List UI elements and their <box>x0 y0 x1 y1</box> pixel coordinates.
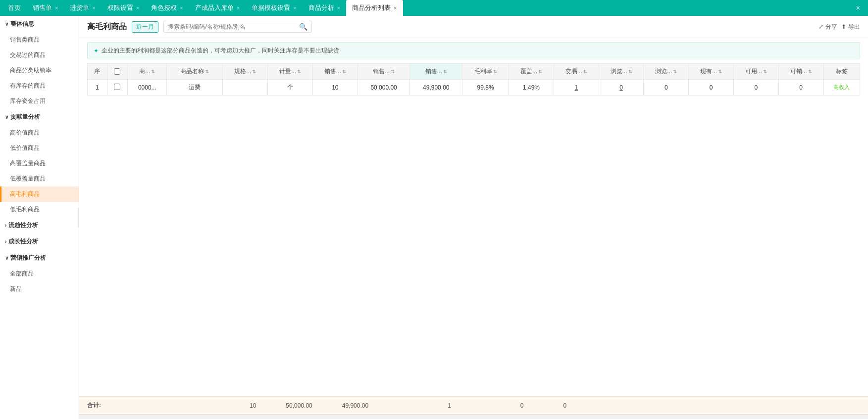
header-actions: ⤢ 分享 ⬆ 导出 <box>818 23 860 31</box>
info-icon: ✦ <box>94 47 99 54</box>
close-permission-tab[interactable]: × <box>136 5 139 11</box>
table-wrapper: 序 商...⇅ 商品名称⇅ 规格...⇅ 计量...⇅ 销售...⇅ 销售...… <box>79 63 868 396</box>
col-transactions[interactable]: 交易...⇅ <box>554 64 599 80</box>
table-row: 1 0000... 运费 个 10 50,000.00 49,900.00 99… <box>88 80 860 95</box>
close-goods-list-tab[interactable]: × <box>394 5 397 11</box>
export-btn[interactable]: ⬆ 导出 <box>841 23 860 31</box>
content-header: 高毛利商品 近一月 🔍 ⤢ 分享 ⬆ 导出 <box>79 16 868 38</box>
col-spec[interactable]: 规格...⇅ <box>223 64 268 80</box>
footer-row: 合计: 10 50,000.00 49,900.00 1 0 0 <box>79 396 868 414</box>
nav-product-in[interactable]: 产成品入库单 × <box>189 0 246 16</box>
col-gross-rate[interactable]: 毛利率⇅ <box>462 64 509 80</box>
sidebar-item-low-margin[interactable]: 低毛利商品 <box>0 202 79 217</box>
browse1-link[interactable]: 0 <box>619 84 623 91</box>
sidebar-group-trend[interactable]: › 流趋性分析 <box>0 217 79 233</box>
group-arrow-contribution: ∨ <box>5 114 8 120</box>
sidebar-item-high-margin[interactable]: 高毛利商品 <box>0 186 79 202</box>
nav-role[interactable]: 角色授权 × <box>145 0 189 16</box>
sort-coverage-icon: ⇅ <box>538 69 542 74</box>
sidebar-item-stock-capital[interactable]: 库存资金占用 <box>0 93 79 109</box>
col-available[interactable]: 可用...⇅ <box>734 64 779 80</box>
sidebar-item-traded-goods[interactable]: 交易过的商品 <box>0 47 79 63</box>
main-layout: « ∨ 整体信息 销售类商品 交易过的商品 商品分类助销率 有库存的商品 库存资… <box>0 16 868 419</box>
footer-total-sales3: 49,900.00 <box>342 402 368 409</box>
sort-available-icon: ⇅ <box>763 69 767 74</box>
cell-checkbox <box>107 80 127 95</box>
col-browse1[interactable]: 浏览...⇅ <box>599 64 644 80</box>
sidebar-item-high-value[interactable]: 高价值商品 <box>0 125 79 140</box>
sidebar-group-contribution[interactable]: ∨ 贡献量分析 <box>0 109 79 125</box>
cell-code[interactable]: 0000... <box>128 80 167 95</box>
close-window-btn[interactable]: × <box>850 4 866 12</box>
search-icon[interactable]: 🔍 <box>299 23 307 31</box>
nav-home[interactable]: 首页 <box>2 0 27 16</box>
close-goods-analysis-tab[interactable]: × <box>337 5 340 11</box>
col-checkbox <box>107 64 127 80</box>
sidebar-item-low-value[interactable]: 低价值商品 <box>0 140 79 156</box>
transactions-link[interactable]: 1 <box>574 84 578 91</box>
nav-permission[interactable]: 权限设置 × <box>102 0 145 16</box>
search-box: 🔍 <box>163 21 312 33</box>
col-browse2[interactable]: 浏览...⇅ <box>644 64 689 80</box>
sort-sales3-icon: ⇅ <box>443 69 447 74</box>
share-btn[interactable]: ⤢ 分享 <box>818 23 837 31</box>
share-icon: ⤢ <box>818 23 823 30</box>
cell-seq: 1 <box>88 80 107 95</box>
sidebar-group-growth[interactable]: › 成长性分析 <box>0 233 79 250</box>
sort-trans-icon: ⇅ <box>583 69 587 74</box>
close-purchase-tab[interactable]: × <box>92 5 95 11</box>
col-sales3[interactable]: 销售...⇅ <box>410 64 462 80</box>
cell-browse1: 0 <box>599 80 644 95</box>
group-arrow-growth: › <box>5 239 6 244</box>
col-sales2[interactable]: 销售...⇅ <box>357 64 410 80</box>
footer-total-available: 0 <box>520 402 524 409</box>
col-coverage[interactable]: 覆盖...⇅ <box>509 64 554 80</box>
col-code[interactable]: 商...⇅ <box>128 64 167 80</box>
close-template-tab[interactable]: × <box>293 5 296 11</box>
sidebar-item-new-goods[interactable]: 新品 <box>0 281 79 297</box>
search-input[interactable] <box>168 23 299 30</box>
cell-name[interactable]: 运费 <box>167 80 223 95</box>
sidebar: « ∨ 整体信息 销售类商品 交易过的商品 商品分类助销率 有库存的商品 库存资… <box>0 16 79 419</box>
sort-current-icon: ⇅ <box>718 69 722 74</box>
sidebar-group-marketing[interactable]: ∨ 营销推广分析 <box>0 250 79 266</box>
cell-sales1: 10 <box>312 80 357 95</box>
close-product-in-tab[interactable]: × <box>237 5 240 11</box>
cell-tag: 高收入 <box>823 80 860 95</box>
close-role-tab[interactable]: × <box>180 5 183 11</box>
close-sales-tab[interactable]: × <box>55 5 58 11</box>
main-table: 序 商...⇅ 商品名称⇅ 规格...⇅ 计量...⇅ 销售...⇅ 销售...… <box>87 63 860 95</box>
time-filter-btn[interactable]: 近一月 <box>132 21 158 33</box>
col-tag: 标签 <box>823 64 860 80</box>
sidebar-item-in-stock[interactable]: 有库存的商品 <box>0 78 79 93</box>
col-unit[interactable]: 计量...⇅ <box>268 64 313 80</box>
sort-unit-icon: ⇅ <box>297 69 301 74</box>
footer-label: 合计: <box>87 401 101 410</box>
nav-purchase[interactable]: 进货单 × <box>64 0 101 16</box>
row-checkbox[interactable] <box>114 84 120 90</box>
sidebar-toggle[interactable]: « <box>78 208 79 228</box>
cell-gross-rate: 99.8% <box>462 80 509 95</box>
select-all-checkbox[interactable] <box>114 68 120 75</box>
nav-goods-analysis-list[interactable]: 商品分析列表 × <box>346 0 403 16</box>
col-current[interactable]: 现有...⇅ <box>689 64 734 80</box>
table-header: 序 商...⇅ 商品名称⇅ 规格...⇅ 计量...⇅ 销售...⇅ 销售...… <box>88 64 860 80</box>
col-sales1[interactable]: 销售...⇅ <box>312 64 357 80</box>
group-arrow-marketing: ∨ <box>5 255 8 261</box>
sidebar-group-overview[interactable]: ∨ 整体信息 <box>0 16 79 32</box>
sidebar-item-sales-goods[interactable]: 销售类商品 <box>0 32 79 47</box>
nav-goods-analysis[interactable]: 商品分析 × <box>303 0 346 16</box>
sidebar-item-high-coverage[interactable]: 高覆盖量商品 <box>0 156 79 171</box>
col-name[interactable]: 商品名称⇅ <box>167 64 223 80</box>
group-arrow-trend: › <box>5 223 6 228</box>
nav-sales[interactable]: 销售单 × <box>27 0 64 16</box>
tag-high-income: 高收入 <box>833 84 850 90</box>
sort-browse2-icon: ⇅ <box>673 69 677 74</box>
sidebar-item-low-coverage[interactable]: 低覆盖量商品 <box>0 171 79 186</box>
sidebar-item-all-goods[interactable]: 全部商品 <box>0 266 79 281</box>
bottom-scrollbar[interactable] <box>79 414 868 419</box>
sort-sales2-icon: ⇅ <box>391 69 395 74</box>
nav-template[interactable]: 单据模板设置 × <box>246 0 302 16</box>
sidebar-item-category-rate[interactable]: 商品分类助销率 <box>0 63 79 78</box>
col-sellable[interactable]: 可销...⇅ <box>778 64 823 80</box>
